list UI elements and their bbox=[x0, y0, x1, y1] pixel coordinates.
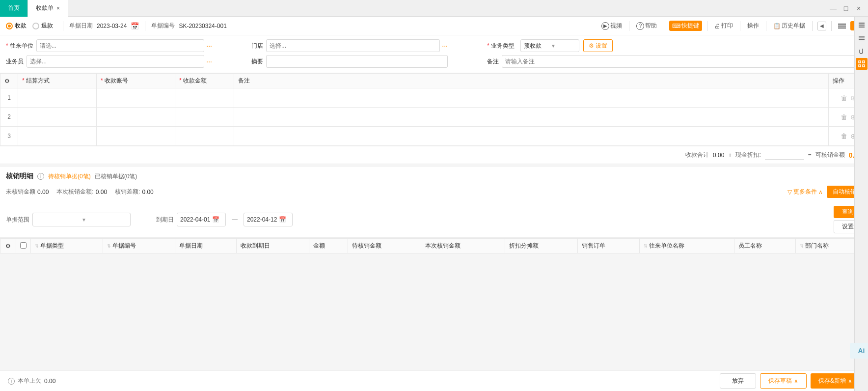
note-input-3[interactable] bbox=[234, 127, 828, 145]
amount-cell-3[interactable] bbox=[175, 127, 234, 146]
settings-button[interactable]: ⚙ 设置 bbox=[583, 39, 613, 52]
store-field: 门店 ··· bbox=[251, 39, 448, 52]
calendar-to-icon[interactable]: 📅 bbox=[279, 216, 286, 223]
tab-bar: 首页 收款单 × — □ × bbox=[0, 0, 868, 17]
store-more-btn[interactable]: ··· bbox=[442, 42, 448, 50]
business-type-field: * 业务类型 预收款 ▼ bbox=[487, 39, 579, 52]
note-cell-2[interactable] bbox=[234, 108, 829, 127]
divider5 bbox=[707, 21, 707, 31]
draft-button[interactable]: 保存草稿 ∧ bbox=[760, 373, 807, 389]
prev-arrow[interactable]: ◀ bbox=[817, 22, 826, 30]
done-tag[interactable]: 已核销单据(0笔) bbox=[95, 172, 137, 181]
menu-icon[interactable] bbox=[837, 22, 847, 30]
calendar-from-icon[interactable]: 📅 bbox=[212, 216, 219, 223]
note-cell-1[interactable] bbox=[234, 88, 829, 108]
ai-button[interactable]: Ai bbox=[850, 343, 868, 359]
video-btn[interactable]: ▶ 视频 bbox=[599, 21, 624, 31]
range-select[interactable]: ▼ bbox=[32, 213, 131, 226]
bottom-settings-col[interactable]: ⚙ bbox=[0, 239, 16, 253]
date-to-input[interactable]: 2022-04-12 📅 bbox=[244, 213, 293, 226]
date-separator: — bbox=[232, 216, 238, 223]
help-btn[interactable]: ? 帮助 bbox=[634, 21, 659, 31]
company-input[interactable] bbox=[36, 39, 204, 52]
number-value: SK-20230324-001 bbox=[179, 23, 226, 29]
save-new-button[interactable]: 保存&新增 ∧ bbox=[811, 373, 860, 389]
operation-btn[interactable]: 操作 bbox=[745, 21, 761, 31]
minimize-button[interactable]: — bbox=[828, 3, 839, 14]
available-label: 可核销金额 bbox=[815, 151, 845, 159]
ai-section: Ai bbox=[855, 343, 868, 388]
discount-input[interactable] bbox=[765, 150, 804, 160]
nav-arrows: ◀ bbox=[817, 22, 826, 30]
delete-icon-1[interactable]: 🗑 bbox=[841, 94, 847, 102]
settlement-input-3[interactable] bbox=[18, 127, 96, 145]
svg-rect-1 bbox=[859, 25, 865, 26]
date-label: 单据日期 bbox=[69, 22, 93, 30]
tab-home[interactable]: 首页 bbox=[0, 0, 27, 17]
salesperson-input[interactable] bbox=[27, 55, 204, 68]
sidebar-list-icon[interactable] bbox=[856, 32, 868, 44]
select-all-checkbox[interactable] bbox=[20, 242, 27, 249]
save-label: 保存&新增 bbox=[818, 377, 846, 385]
refund-radio[interactable]: 退款 bbox=[32, 22, 53, 30]
settlement-cell-3[interactable] bbox=[18, 127, 97, 146]
maximize-button[interactable]: □ bbox=[841, 3, 851, 14]
account-input-3[interactable] bbox=[97, 127, 175, 145]
company-more-btn[interactable]: ··· bbox=[206, 42, 212, 50]
note-input-2[interactable] bbox=[234, 108, 828, 126]
amount-input-2[interactable] bbox=[175, 108, 234, 126]
note-input-1[interactable] bbox=[234, 88, 828, 107]
note-input[interactable] bbox=[502, 55, 862, 68]
print-label: 打印 bbox=[721, 22, 733, 30]
note-cell-3[interactable] bbox=[234, 127, 829, 146]
account-cell-1[interactable] bbox=[97, 88, 175, 108]
sidebar-scan-icon[interactable] bbox=[856, 58, 868, 70]
summary-input[interactable] bbox=[266, 55, 448, 68]
query-label: 查询 bbox=[842, 208, 854, 215]
print-btn[interactable]: 🖨 打印 bbox=[712, 21, 735, 31]
note-field: 备注 bbox=[487, 55, 862, 68]
pending-tag[interactable]: 待核销单据(0笔) bbox=[48, 172, 91, 181]
settlement-input-2[interactable] bbox=[18, 108, 96, 126]
history-btn[interactable]: 📋 历史单据 bbox=[771, 21, 807, 31]
chevron-down-icon: ▼ bbox=[81, 217, 126, 223]
date-value: 2023-03-24 bbox=[97, 23, 127, 29]
toolbar-right: ▶ 视频 ? 帮助 ⌨ 快捷键 🖨 打印 操作 📋 历史单据 ◀ bbox=[599, 21, 862, 31]
summary-field: 摘要 bbox=[251, 55, 448, 68]
account-input-1[interactable] bbox=[97, 88, 175, 107]
receipt-radio[interactable]: 收款 bbox=[6, 22, 27, 30]
settlement-cell-1[interactable] bbox=[18, 88, 97, 108]
store-input[interactable] bbox=[266, 39, 440, 52]
close-button[interactable]: × bbox=[853, 3, 864, 14]
amount-input-3[interactable] bbox=[175, 127, 234, 145]
settlement-cell-2[interactable] bbox=[18, 108, 97, 127]
sidebar-attachment-icon[interactable] bbox=[856, 45, 868, 57]
salesperson-more-btn[interactable]: ··· bbox=[206, 57, 212, 65]
amount-cell-1[interactable] bbox=[175, 88, 234, 108]
divider9 bbox=[831, 21, 832, 31]
table-settings-col[interactable]: ⚙ bbox=[0, 74, 18, 88]
account-cell-3[interactable] bbox=[97, 127, 175, 146]
divider1 bbox=[63, 21, 63, 31]
account-input-2[interactable] bbox=[97, 108, 175, 126]
sidebar-table-icon[interactable] bbox=[856, 20, 868, 31]
checkbox-col[interactable] bbox=[16, 239, 31, 253]
tab-close-icon[interactable]: × bbox=[56, 5, 60, 12]
shortcut-btn[interactable]: ⌨ 快捷键 bbox=[669, 21, 702, 31]
prev-order-info-icon[interactable]: i bbox=[8, 377, 15, 385]
info-icon[interactable]: i bbox=[37, 173, 44, 180]
date-from-input[interactable]: 2022-04-01 📅 bbox=[177, 213, 226, 226]
account-cell-2[interactable] bbox=[97, 108, 175, 127]
delete-icon-3[interactable]: 🗑 bbox=[841, 132, 847, 140]
company-col-header: ⇅ 往来单位名称 bbox=[639, 239, 734, 253]
business-type-select[interactable]: 预收款 ▼ bbox=[520, 39, 579, 52]
amount-input-1[interactable] bbox=[175, 88, 234, 107]
tab-receipt[interactable]: 收款单 × bbox=[27, 0, 68, 17]
amount-cell-2[interactable] bbox=[175, 108, 234, 127]
more-conditions-btn[interactable]: ▽ 更多条件 ∧ bbox=[787, 188, 823, 196]
calendar-icon[interactable]: 📅 bbox=[131, 22, 139, 30]
delete-icon-2[interactable]: 🗑 bbox=[841, 113, 847, 121]
discard-button[interactable]: 放弃 bbox=[720, 373, 756, 389]
settlement-input-1[interactable] bbox=[18, 88, 96, 107]
svg-rect-3 bbox=[859, 36, 865, 37]
